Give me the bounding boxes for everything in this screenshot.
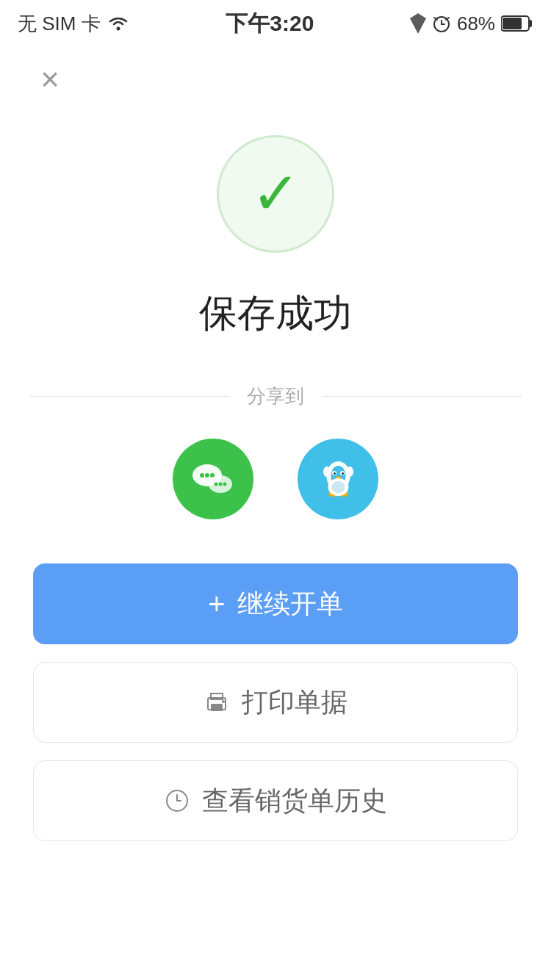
success-indicator: ✓ xyxy=(217,135,334,253)
action-buttons: + 继续开单 打印单据 查看销货单历史 xyxy=(33,563,518,841)
svg-point-17 xyxy=(334,472,336,475)
share-label: 分享到 xyxy=(229,383,322,409)
svg-rect-4 xyxy=(503,18,522,29)
history-button[interactable]: 查看销货单历史 xyxy=(33,760,518,841)
print-button[interactable]: 打印单据 xyxy=(33,662,518,743)
status-bar: 无 SIM 卡 下午3:20 68% xyxy=(0,0,551,47)
svg-point-0 xyxy=(116,27,120,31)
wechat-share-button[interactable] xyxy=(173,439,253,519)
close-icon: × xyxy=(40,63,60,96)
status-time: 下午3:20 xyxy=(226,9,314,39)
divider-right xyxy=(322,396,522,397)
svg-point-23 xyxy=(331,481,345,493)
svg-point-11 xyxy=(219,483,223,486)
svg-point-18 xyxy=(342,472,344,475)
svg-rect-3 xyxy=(529,20,532,27)
plus-icon: + xyxy=(208,588,225,621)
svg-point-24 xyxy=(323,466,331,477)
share-divider: 分享到 xyxy=(0,383,551,409)
success-title: 保存成功 xyxy=(199,288,352,339)
svg-point-7 xyxy=(205,473,209,478)
wifi-icon xyxy=(107,15,130,32)
continue-button[interactable]: + 继续开单 xyxy=(33,563,518,644)
print-icon xyxy=(204,689,230,716)
close-button[interactable]: × xyxy=(29,59,71,100)
history-icon xyxy=(164,788,190,814)
history-label: 查看销货单历史 xyxy=(202,783,387,819)
qq-share-button[interactable] xyxy=(298,439,378,519)
wechat-icon xyxy=(187,453,239,505)
main-content: ✓ 保存成功 分享到 xyxy=(0,47,551,841)
svg-point-25 xyxy=(346,466,353,477)
carrier-text: 无 SIM 卡 xyxy=(18,11,101,37)
share-icons xyxy=(173,439,378,519)
svg-rect-27 xyxy=(211,704,223,711)
checkmark-icon: ✓ xyxy=(251,165,300,223)
svg-point-6 xyxy=(200,473,204,478)
print-label: 打印单据 xyxy=(242,685,347,721)
svg-point-29 xyxy=(222,700,225,703)
status-indicators: 68% xyxy=(410,12,533,35)
status-carrier: 无 SIM 卡 xyxy=(18,11,130,37)
continue-label: 继续开单 xyxy=(237,586,343,622)
svg-point-12 xyxy=(223,483,227,486)
share-section: 分享到 xyxy=(0,383,551,519)
location-icon xyxy=(410,13,426,34)
alarm-icon xyxy=(432,14,451,33)
battery-icon xyxy=(501,15,533,32)
divider-left xyxy=(29,396,229,397)
qq-icon xyxy=(314,455,362,503)
battery-text: 68% xyxy=(457,12,495,35)
svg-point-10 xyxy=(215,483,218,486)
